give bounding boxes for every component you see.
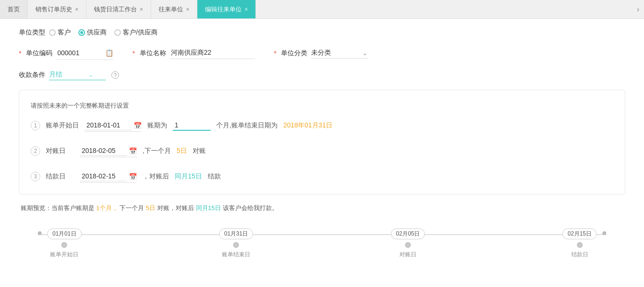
payment-terms-select[interactable]: 月结 ⌄ (49, 69, 106, 80)
timeline-label-3: 结款日 (571, 251, 588, 259)
preview-highlight2: 5日 (146, 204, 155, 211)
tab-sales-history-label: 销售订单历史 (35, 5, 72, 14)
payment-terms-row: 收款条件 月结 ⌄ ? (19, 69, 625, 80)
radio-customer-label: 客户 (58, 28, 71, 37)
step1-end-date: 2018年01月31日 (283, 121, 332, 130)
card-instruction: 请按照未来的一个完整帐期进行设置 (31, 101, 613, 110)
tab-partner-unit-close[interactable]: × (186, 6, 189, 13)
step1-calendar-icon[interactable]: 📅 (134, 122, 142, 129)
step2-suffix-pre: ,下一个月 (143, 147, 171, 155)
radio-both[interactable]: 客户/供应商 (114, 28, 158, 37)
unit-code-copy-icon[interactable]: 📋 (105, 49, 113, 57)
unit-info-row: * 单位编码 📋 * 单位名称 * 单位分类 未分类 ⌄ (19, 46, 625, 60)
unit-name-star: * (132, 50, 135, 57)
unit-code-input[interactable] (56, 47, 103, 59)
unit-code-input-wrapper: 📋 (56, 46, 113, 60)
step1-period-input[interactable] (173, 120, 211, 131)
unit-category-select[interactable]: 未分类 ⌄ (311, 48, 368, 59)
unit-category-chevron-icon: ⌄ (362, 49, 368, 57)
timeline-label-1: 账单结束日 (222, 251, 250, 259)
step2-row: 2 对账日 📅 ,下一个月 5日 对账 (31, 145, 613, 157)
step1-period-label: 账期为 (147, 121, 167, 130)
preview-text2: 对账，对账后 (157, 204, 194, 211)
step3-suffix-post: 结款 (208, 172, 221, 181)
preview-label: 账期预览：当前客户账期是 (21, 204, 94, 211)
step3-label: 结款日 (46, 172, 74, 181)
step2-highlight: 5日 (177, 147, 187, 155)
step1-date-wrapper: 📅 (85, 119, 142, 132)
preview-section: 账期预览：当前客户账期是 1个月， 下一个月 5日 对账，对账后 同月15日 该… (19, 204, 625, 212)
step3-date-wrapper: 📅 (80, 170, 137, 183)
tab-home-label: 首页 (8, 5, 20, 14)
timeline-label-2: 对账日 (399, 251, 416, 259)
step1-num: 1 (31, 121, 40, 130)
timeline-point-0: 01月01日 账单开始日 (47, 228, 82, 259)
unit-category-label: 单位分类 (281, 49, 307, 58)
preview-text3: 该客户会给我打款。 (223, 204, 278, 211)
step2-num: 2 (31, 146, 40, 156)
timeline-right-end-dot (602, 231, 606, 235)
preview-text1: 下一个月 (119, 204, 144, 211)
tab-bar: 首页 销售订单历史 × 钱货日清工作台 × 往来单位 × 编辑往来单位 × › (0, 0, 644, 19)
tab-edit-partner-label: 编辑往来单位 (205, 5, 242, 14)
step3-date-input[interactable] (80, 171, 127, 181)
unit-name-input[interactable] (170, 47, 255, 59)
radio-supplier-label: 供应商 (87, 28, 107, 37)
unit-code-label: 单位编码 (26, 49, 52, 58)
preview-highlight3: 同月15日 (196, 204, 221, 211)
tab-sales-history-close[interactable]: × (75, 6, 78, 13)
timeline-date-2: 02月05日 (391, 228, 425, 239)
radio-supplier[interactable]: 供应商 (78, 28, 107, 37)
tab-edit-partner-close[interactable]: × (245, 6, 248, 13)
unit-name-group: * 单位名称 (132, 47, 254, 59)
preview-highlight1: 1个月， (96, 204, 118, 211)
timeline-left-end-dot (38, 231, 42, 235)
tab-home[interactable]: 首页 (0, 0, 28, 18)
timeline-point-1: 01月31日 账单结束日 (219, 228, 254, 259)
radio-supplier-circle (78, 29, 85, 36)
tab-partner-unit[interactable]: 往来单位 × (151, 0, 197, 18)
unit-code-star: * (19, 50, 21, 57)
settings-card: 请按照未来的一个完整帐期进行设置 1 账单开始日 📅 账期为 个月,账单结束日期… (19, 90, 625, 194)
step1-row: 1 账单开始日 📅 账期为 个月,账单结束日期为 2018年01月31日 (31, 119, 613, 132)
unit-category-star: * (274, 50, 276, 57)
unit-type-label: 单位类型 (19, 28, 45, 37)
step2-suffix-post: 对账 (193, 147, 206, 155)
step2-date-input[interactable] (80, 146, 127, 156)
radio-customer-circle (49, 29, 56, 36)
timeline-point-3: 02月15日 结款日 (562, 228, 597, 259)
tab-cash-work-close[interactable]: × (140, 6, 143, 13)
timeline-dot-0 (61, 242, 67, 248)
step3-highlight: 同月15日 (175, 172, 202, 181)
tab-edit-partner[interactable]: 编辑往来单位 × (197, 0, 256, 18)
radio-both-circle (114, 29, 121, 36)
unit-type-row: 单位类型 客户 供应商 客户/供应商 (19, 28, 625, 37)
payment-terms-label: 收款条件 (19, 71, 45, 79)
main-content: 单位类型 客户 供应商 客户/供应商 * 单位编码 📋 (0, 19, 644, 287)
step3-calendar-icon[interactable]: 📅 (129, 173, 137, 180)
radio-customer[interactable]: 客户 (49, 28, 71, 37)
step1-date-input[interactable] (85, 120, 132, 130)
timeline-label-0: 账单开始日 (50, 251, 78, 259)
timeline-date-1: 01月31日 (219, 228, 254, 239)
tab-more-button[interactable]: › (632, 0, 644, 18)
step1-period-unit: 个月,账单结束日期为 (216, 121, 278, 130)
timeline-dot-1 (233, 242, 239, 248)
step2-label: 对账日 (46, 147, 74, 155)
timeline-date-0: 01月01日 (47, 228, 82, 239)
payment-terms-chevron-icon: ⌄ (89, 72, 93, 77)
payment-terms-value: 月结 (49, 70, 87, 79)
timeline-dot-2 (405, 242, 411, 248)
unit-code-group: * 单位编码 📋 (19, 46, 113, 60)
step2-calendar-icon[interactable]: 📅 (129, 147, 137, 155)
step3-suffix-pre: ，对账后 (143, 172, 169, 181)
tab-sales-history[interactable]: 销售订单历史 × (28, 0, 86, 18)
radio-group: 客户 供应商 客户/供应商 (49, 28, 158, 37)
timeline-points: 01月01日 账单开始日 01月31日 账单结束日 02月05日 对账日 02月… (47, 228, 597, 259)
help-icon[interactable]: ? (111, 71, 119, 79)
tab-cash-work-label: 钱货日清工作台 (94, 5, 137, 14)
tab-partner-unit-label: 往来单位 (159, 5, 183, 14)
step3-row: 3 结款日 📅 ，对账后 同月15日 结款 (31, 170, 613, 183)
tab-cash-work[interactable]: 钱货日清工作台 × (86, 0, 151, 18)
radio-both-label: 客户/供应商 (123, 28, 158, 37)
